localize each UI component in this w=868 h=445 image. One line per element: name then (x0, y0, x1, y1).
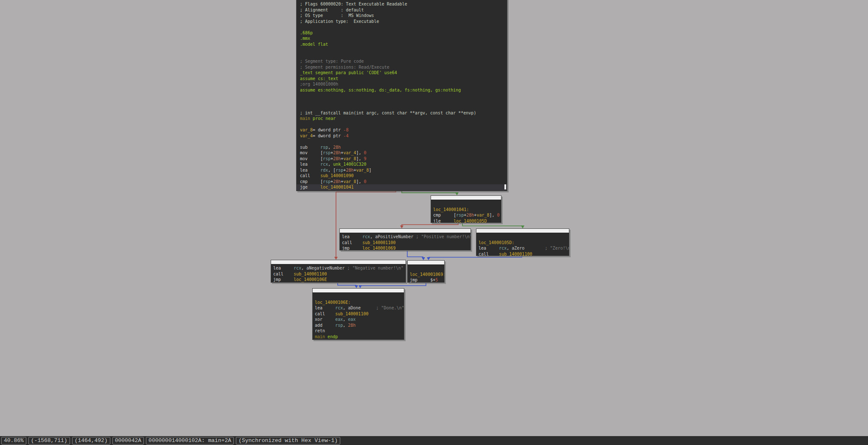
code-token: rcx (362, 234, 370, 239)
code-line[interactable]: cmp [rsp+28h+var_8], 0 (297, 179, 507, 185)
code-token: sub_140001100 (362, 240, 395, 245)
code-line[interactable] (297, 99, 507, 105)
code-line[interactable]: ; OS type : MS Windows (297, 13, 507, 19)
code-line[interactable] (313, 294, 404, 300)
status-zoom-level: 40.86% (1, 437, 26, 445)
code-line[interactable]: retn (313, 328, 404, 334)
edge-b69-jmp (360, 283, 426, 286)
code-line[interactable]: lea rcx, aZero ; "Zero!\n" (476, 245, 569, 251)
code-token: var_8 (356, 168, 369, 172)
code-line[interactable]: assume cs:_text (297, 76, 507, 82)
code-line[interactable] (297, 93, 507, 99)
block-title-bar[interactable] (431, 196, 501, 200)
basic-block-loc140001041[interactable]: loc_140001041:cmp [rsp+28h+var_8], 0jle … (431, 195, 501, 223)
basic-block-entry[interactable]: ; Flags 60000020: Text Executable Readab… (296, 0, 507, 191)
code-line[interactable]: _text segment para public 'CODE' use64 (297, 70, 507, 76)
code-line[interactable]: main proc near (297, 116, 507, 122)
basic-block-loc14000105D[interactable]: loc_14000105D:lea rcx, aZero ; "Zero!\n"… (476, 228, 569, 256)
code-token: unk_14001C320 (333, 162, 366, 167)
basic-block-positive[interactable]: lea rcx, aPositiveNumber ; "Positive num… (339, 228, 471, 250)
code-token: call (300, 173, 320, 178)
code-line[interactable]: cmp [rsp+28h+var_8], 0 (431, 212, 501, 218)
code-line[interactable]: jge loc_140001041 (297, 184, 507, 190)
code-token: mov [ (300, 150, 323, 155)
code-line[interactable]: loc_140001041: (431, 207, 501, 213)
code-line[interactable]: .686p (297, 30, 507, 36)
code-line[interactable] (431, 201, 501, 207)
code-line[interactable] (297, 139, 507, 145)
code-line[interactable]: lea rcx, aPositiveNumber ; "Positive num… (340, 234, 470, 240)
code-line[interactable] (297, 24, 507, 30)
code-line[interactable]: jmp loc_14000106E (271, 277, 406, 283)
code-token: , (328, 145, 333, 150)
code-line[interactable]: add rsp, 28h (313, 323, 404, 328)
code-line[interactable]: ; Alignment : default (297, 7, 507, 13)
block-title-bar[interactable] (408, 261, 444, 265)
code-line[interactable]: call sub_140001100 (476, 251, 569, 256)
code-line[interactable]: call sub_140001090 (297, 173, 507, 179)
basic-block-negative[interactable]: lea rcx, aNegativeNumber ; "Negative num… (271, 260, 406, 283)
code-line[interactable]: var_4= dword ptr -4 (297, 133, 507, 139)
code-line[interactable]: lea rcx, unk_14001C320 (297, 161, 507, 167)
code-line[interactable]: loc_140001069: (408, 272, 444, 278)
edge-arrow (400, 225, 403, 228)
block-title-bar[interactable] (340, 229, 470, 233)
code-token: rcx (320, 162, 328, 167)
code-line[interactable]: xor eax, eax (313, 317, 404, 323)
code-line[interactable]: call sub_140001100 (313, 311, 404, 317)
basic-block-loc14000106E[interactable]: loc_14000106E:lea rcx, aDone ; "Done.\n"… (312, 288, 404, 340)
code-line[interactable]: ; Segment permissions: Read/Execute (297, 64, 507, 70)
code-line[interactable]: lea rdx, [rsp+28h+var_8] (297, 167, 507, 173)
code-line[interactable]: .model flat (297, 42, 507, 47)
code-token: lea (315, 306, 335, 310)
code-token: 5 (435, 278, 438, 282)
code-line[interactable]: ; Flags 60000020: Text Executable Readab… (297, 1, 507, 7)
graph-canvas[interactable]: ; Flags 60000020: Text Executable Readab… (0, 0, 868, 445)
code-line[interactable]: jmp $+5 (408, 277, 444, 283)
code-line[interactable]: mov [rsp+28h+var_8], 9 (297, 156, 507, 162)
code-line[interactable]: main endp (313, 334, 404, 340)
code-token: cmp [ (433, 213, 456, 217)
code-token: call (315, 312, 335, 316)
text-cursor (504, 184, 506, 189)
code-token: assume cs:_text (300, 76, 338, 81)
code-token: lea (273, 266, 294, 270)
basic-block-loc140001069[interactable]: loc_140001069:jmp $+5 (407, 260, 445, 283)
code-line[interactable]: ;org 140001000h (297, 81, 507, 87)
edge-arrow (358, 285, 362, 288)
code-token: endp (325, 334, 338, 339)
code-line[interactable]: jle loc_14000105D (431, 218, 501, 223)
code-line[interactable]: assume es:nothing, ss:nothing, ds:_data,… (297, 87, 507, 93)
code-line[interactable]: .mmx (297, 36, 507, 42)
code-line[interactable]: sub rsp, 28h (297, 145, 507, 150)
code-line[interactable] (297, 122, 507, 128)
code-token: , (343, 323, 348, 328)
code-line[interactable]: mov [rsp+28h+var_4], 0 (297, 150, 507, 156)
code-line[interactable]: var_8= dword ptr -8 (297, 127, 507, 133)
block-title-bar[interactable] (476, 229, 569, 233)
code-line[interactable]: ; int __fastcall main(int argc, const ch… (297, 110, 507, 116)
code-line[interactable]: loc_14000105D: (476, 240, 569, 246)
edge-arrow (334, 257, 338, 260)
edge-bzero-flow (428, 256, 522, 257)
code-token: ; "Negative number!\n" (345, 266, 403, 270)
block-title-bar[interactable] (313, 289, 404, 293)
code-line[interactable]: call sub_140001100 (340, 240, 470, 246)
code-token: call (342, 240, 362, 245)
code-line[interactable]: loc_14000106E: (313, 300, 404, 306)
code-line[interactable] (297, 104, 507, 110)
code-line[interactable]: lea rcx, aDone ; "Done.\n" (313, 305, 404, 311)
code-line[interactable]: call sub_140001100 (271, 271, 406, 277)
code-line[interactable] (297, 53, 507, 59)
code-token: 28h (346, 168, 353, 172)
code-line[interactable] (476, 234, 569, 240)
code-line[interactable]: jmp loc_140001069 (340, 245, 470, 250)
edge-bpos-jmp (407, 251, 423, 257)
block-title-bar[interactable] (271, 260, 406, 264)
code-line[interactable]: ; Segment type: Pure code (297, 58, 507, 64)
code-line[interactable] (297, 47, 507, 53)
code-line[interactable]: lea rcx, aNegativeNumber ; "Negative num… (271, 265, 406, 271)
code-token: sub_140001100 (335, 312, 368, 316)
code-line[interactable]: ; Application type: Executable (297, 19, 507, 25)
code-line[interactable] (408, 266, 444, 272)
